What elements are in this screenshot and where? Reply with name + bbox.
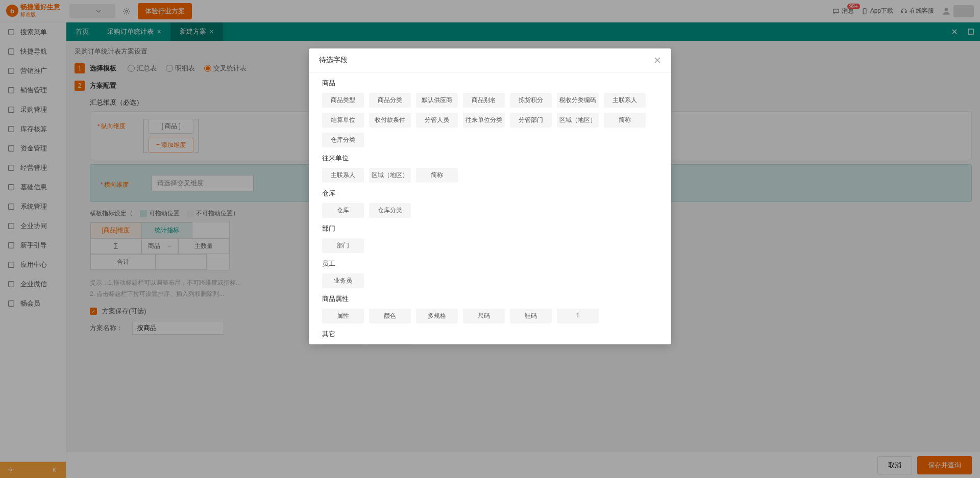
field-chip[interactable]: 仓库 <box>322 203 364 218</box>
field-chip[interactable]: 仓库分类 <box>369 203 411 218</box>
field-chip[interactable]: 多规格 <box>416 309 458 323</box>
field-section-title: 往来单位 <box>322 154 658 163</box>
field-chip[interactable]: 结算单位 <box>322 113 364 128</box>
field-chip[interactable]: 商品别名 <box>463 93 505 108</box>
field-chip[interactable]: 商品分类 <box>369 93 411 108</box>
field-chip[interactable]: 商品类型 <box>322 93 364 108</box>
field-section-5: 商品属性属性颜色多规格尺码鞋码1 <box>322 294 658 323</box>
field-section-1: 往来单位主联系人区域（地区）简称 <box>322 154 658 183</box>
field-section-3: 部门部门 <box>322 224 658 253</box>
field-section-title: 其它 <box>322 330 658 339</box>
field-section-title: 商品 <box>322 79 658 88</box>
field-chip[interactable]: 部门 <box>322 238 364 253</box>
field-section-0: 商品商品类型商品分类默认供应商商品别名拣货积分税收分类编码主联系人结算单位收付款… <box>322 79 658 147</box>
field-section-4: 员工业务员 <box>322 259 658 288</box>
field-chip[interactable]: 主联系人 <box>322 168 364 183</box>
field-chip[interactable]: 区域（地区） <box>557 113 599 128</box>
field-chip[interactable]: 单据日期 <box>322 344 364 344</box>
modal-title: 待选字段 <box>319 56 348 65</box>
field-chip[interactable]: 拣货积分 <box>510 93 552 108</box>
field-chip[interactable]: 默认供应商 <box>416 93 458 108</box>
modal-close-icon[interactable] <box>654 57 661 64</box>
field-chip[interactable]: 业务员 <box>322 273 364 288</box>
field-chip[interactable]: 主联系人 <box>604 93 646 108</box>
field-chip[interactable]: 往来单位分类 <box>463 113 505 128</box>
field-chip[interactable]: 仓库分类 <box>322 133 364 147</box>
field-section-title: 部门 <box>322 224 658 233</box>
field-chip[interactable]: 税收分类编码 <box>557 93 599 108</box>
field-chip[interactable]: 收付款条件 <box>369 113 411 128</box>
field-chip[interactable]: 尺码 <box>463 309 505 323</box>
field-section-title: 仓库 <box>322 189 658 198</box>
field-selector-modal: 待选字段 商品商品类型商品分类默认供应商商品别名拣货积分税收分类编码主联系人结算… <box>309 48 671 344</box>
field-section-2: 仓库仓库仓库分类 <box>322 189 658 218</box>
field-section-6: 其它单据日期项目 <box>322 330 658 344</box>
field-chip[interactable]: 分管部门 <box>510 113 552 128</box>
field-chip[interactable]: 项目 <box>369 344 411 344</box>
field-chip[interactable]: 分管人员 <box>416 113 458 128</box>
field-chip[interactable]: 1 <box>557 309 599 323</box>
modal-overlay[interactable]: 待选字段 商品商品类型商品分类默认供应商商品别名拣货积分税收分类编码主联系人结算… <box>0 0 980 478</box>
field-chip[interactable]: 颜色 <box>369 309 411 323</box>
field-chip[interactable]: 简称 <box>416 168 458 183</box>
field-chip[interactable]: 简称 <box>604 113 646 128</box>
field-chip[interactable]: 区域（地区） <box>369 168 411 183</box>
field-chip[interactable]: 鞋码 <box>510 309 552 323</box>
field-chip[interactable]: 属性 <box>322 309 364 323</box>
field-section-title: 员工 <box>322 259 658 268</box>
field-section-title: 商品属性 <box>322 294 658 304</box>
